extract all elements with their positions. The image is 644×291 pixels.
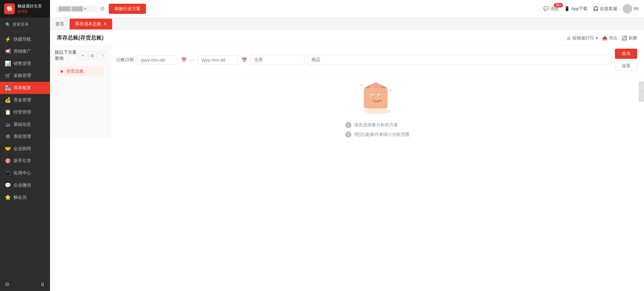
- calendar-start-icon[interactable]: 📅: [181, 57, 187, 63]
- quicknav-icon: ⚡: [5, 36, 11, 42]
- tip-text-2: 用[过滤]条件来缩小分析范围: [354, 131, 409, 138]
- sidebar-item-enterprise[interactable]: 🤝 企业协同: [0, 143, 50, 155]
- svg-point-0: [364, 108, 391, 114]
- right-panel-toggle[interactable]: ›: [639, 81, 644, 102]
- svg-rect-1: [364, 88, 388, 108]
- search-menu-button[interactable]: 🔍 搜索菜单: [3, 20, 47, 29]
- finance-icon: 💰: [5, 97, 11, 103]
- query-button[interactable]: 查询: [615, 49, 637, 59]
- demo-button[interactable]: 体验行业方案: [109, 4, 146, 14]
- audio-footer-icon[interactable]: ⏸: [40, 282, 45, 288]
- sidebar-item-member[interactable]: ⭐ 畅会员: [0, 191, 50, 203]
- filter-label: 按以下方案查询: [55, 49, 79, 62]
- phone-icon: 📱: [564, 6, 570, 11]
- goods-selector[interactable]: 商品 ···: [308, 55, 612, 65]
- filter-add-button[interactable]: +: [79, 51, 87, 59]
- sidebar-item-operations[interactable]: 📋 经营管理: [0, 106, 50, 118]
- breadcrumb-text: ████ ████: [59, 6, 83, 11]
- tab-close-icon[interactable]: ✕: [103, 22, 107, 26]
- date-end-input[interactable]: [198, 55, 238, 65]
- date-field-label: 记账日期: [116, 57, 134, 63]
- enterprise-icon: 🤝: [5, 146, 11, 152]
- calendar-end-icon[interactable]: 📅: [242, 57, 247, 63]
- print-button[interactable]: 🖨 按模板打印 ▾: [567, 35, 598, 41]
- sidebar-logo: 畅 畅捷通好生意 标准版: [0, 0, 50, 18]
- sidebar-nav: ⚡ 快捷导航 📢 营销推广 📊 销售管理 🛒 采购管理 🏪 库存核算 💰 资金管…: [0, 32, 50, 277]
- tabbar: 首页 库存成本总账 ✕: [50, 18, 644, 30]
- warehouse-selector[interactable]: 仓库 ···: [250, 55, 304, 65]
- sidebar-item-sales[interactable]: 📊 销售管理: [0, 57, 50, 70]
- scheme-list: ● 存货总账: [50, 64, 110, 79]
- tab-inventory-ledger[interactable]: 库存成本总账 ✕: [70, 19, 112, 29]
- filter-sidebar: 按以下方案查询 + ⊙ 《 ● 存货总账: [50, 45, 111, 138]
- toggle-icon: ›: [640, 91, 643, 92]
- svg-point-4: [372, 95, 373, 97]
- refresh-icon: 🔄: [622, 35, 627, 41]
- goods-more-icon: ···: [604, 57, 608, 63]
- user-avatar-area[interactable]: Rit: [623, 4, 639, 14]
- appcenter-icon: 📱: [5, 170, 11, 176]
- print-icon: 🖨: [567, 35, 571, 41]
- filter-settings-button[interactable]: ⊙: [88, 51, 96, 59]
- settings-footer-icon[interactable]: ⚙: [5, 281, 9, 288]
- purchase-icon: 🛒: [5, 73, 11, 79]
- sidebar: 畅 畅捷通好生意 标准版 🔍 搜索菜单 ⚡ 快捷导航 📢 营销推广 📊 销售管理…: [0, 0, 50, 291]
- filter-sidebar-header: 按以下方案查询 + ⊙ 《: [50, 45, 110, 64]
- svg-point-5: [378, 95, 380, 97]
- topbar-settings-icon[interactable]: ⚙: [100, 5, 105, 12]
- tab-home[interactable]: 首页: [50, 19, 70, 29]
- svg-text:✦: ✦: [389, 89, 392, 92]
- page-area: 库存总账(存货总账) 🖨 按模板打印 ▾ 📤 导出 🔄 刷新 ✕: [50, 30, 644, 291]
- search-icon: 🔍: [5, 22, 10, 27]
- basic-icon: 🗂: [5, 122, 11, 127]
- svg-text:✦: ✦: [360, 83, 363, 88]
- sidebar-item-inventory[interactable]: 🏪 库存核算: [0, 82, 50, 94]
- sidebar-item-system[interactable]: ⚙ 系统管理: [0, 130, 50, 143]
- empty-state: ✦ ✦ ● 1 请先选择要分析的方案 2 用[过滤]条件来缩小分析范围: [345, 75, 409, 138]
- scheme-item-inventory[interactable]: ● 存货总账: [57, 66, 104, 76]
- filter-settings-button[interactable]: 设置: [615, 61, 637, 71]
- panel-close-icon[interactable]: ✕: [633, 34, 637, 41]
- filter-action-group: + ⊙ 《: [79, 51, 106, 59]
- export-button[interactable]: 📤 导出: [602, 35, 618, 41]
- query-action-group: 查询 设置: [615, 49, 637, 71]
- empty-illustration: ✦ ✦ ●: [357, 75, 398, 115]
- messages-button[interactable]: 💬 消息 99+: [543, 6, 559, 12]
- tip-num-1: 1: [345, 122, 351, 128]
- topbar: ████ ████ ▾ ⚙ 体验行业方案 💬 消息 99+ 📱 App下载 🎧 …: [50, 0, 644, 18]
- content-body: ✦ ✦ ● 1 请先选择要分析的方案 2 用[过滤]条件来缩小分析范围: [111, 75, 644, 138]
- print-dropdown-icon[interactable]: ▾: [596, 35, 598, 41]
- topbar-right: 💬 消息 99+ 📱 App下载 🎧 在线客服 Rit: [543, 4, 639, 14]
- message-icon: 💬: [543, 6, 549, 11]
- user-avatar: [623, 4, 632, 14]
- username-label: Rit: [634, 6, 639, 11]
- sidebar-item-purchase[interactable]: 🛒 采购管理: [0, 70, 50, 82]
- filter-collapse-button[interactable]: 《: [98, 51, 106, 59]
- app-download-button[interactable]: 📱 App下载: [564, 6, 588, 12]
- page-header: 库存总账(存货总账) 🖨 按模板打印 ▾ 📤 导出 🔄 刷新 ✕: [50, 30, 644, 45]
- system-icon: ⚙: [5, 134, 11, 140]
- breadcrumb[interactable]: ████ ████ ▾: [55, 5, 96, 13]
- online-support-button[interactable]: 🎧 在线客服: [593, 6, 617, 12]
- sidebar-item-newbie[interactable]: 🎯 新手引导: [0, 155, 50, 167]
- sidebar-item-appcenter[interactable]: 📱 应用中心: [0, 167, 50, 179]
- filter-row: 记账日期 📅 — 📅 仓库 ··· 商品 ··· 查询: [111, 45, 644, 75]
- content-panel: 记账日期 📅 — 📅 仓库 ··· 商品 ··· 查询: [111, 45, 644, 138]
- sidebar-item-basic[interactable]: 🗂 基础信息: [0, 118, 50, 130]
- sidebar-item-marketing[interactable]: 📢 营销推广: [0, 45, 50, 57]
- sidebar-item-quicknav[interactable]: ⚡ 快捷导航: [0, 33, 50, 45]
- scheme-dot-icon: ●: [60, 68, 64, 74]
- sidebar-item-wechat[interactable]: 💬 企业微信: [0, 179, 50, 191]
- sidebar-search-area[interactable]: 🔍 搜索菜单: [0, 18, 50, 32]
- inventory-icon: 🏪: [5, 85, 11, 91]
- member-icon: ⭐: [5, 194, 11, 200]
- breadcrumb-dropdown-icon[interactable]: ▾: [84, 6, 86, 11]
- empty-tip-1: 1 请先选择要分析的方案: [345, 122, 409, 128]
- warehouse-more-icon: ···: [297, 57, 301, 63]
- empty-tip-2: 2 用[过滤]条件来缩小分析范围: [345, 131, 409, 138]
- date-start-input[interactable]: [137, 55, 178, 65]
- message-badge: 99+: [554, 3, 563, 7]
- export-icon: 📤: [602, 35, 608, 41]
- main-body: 按以下方案查询 + ⊙ 《 ● 存货总账: [50, 45, 644, 138]
- sidebar-item-finance[interactable]: 💰 资金管理: [0, 94, 50, 106]
